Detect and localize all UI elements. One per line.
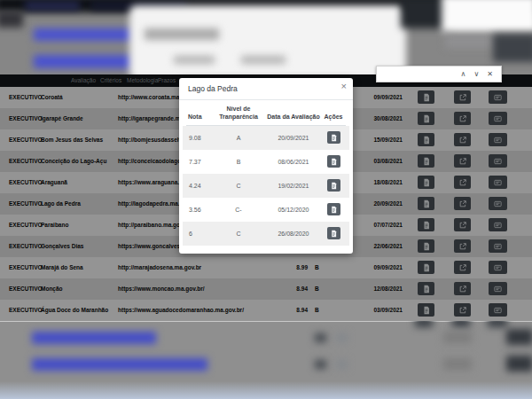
level-value: B [315,278,319,300]
external-link-icon [458,221,467,230]
details-button[interactable] [489,239,507,253]
blurred-content-blob [315,333,326,342]
open-site-button[interactable] [454,112,471,125]
nav-item-metodologia[interactable]: Metodologia [127,74,158,87]
report-button[interactable] [418,90,434,104]
blurred-content-blob [415,321,433,327]
entity-name: Gonçalves Dias [41,236,83,257]
blurred-content-blob [443,358,472,370]
report-button[interactable] [327,227,340,239]
entity-url-link[interactable]: https://www.aguadocedomaranhao.ma.gov.br… [118,300,244,321]
open-site-button[interactable] [454,261,471,274]
external-link-icon [458,263,467,272]
file-icon [422,136,431,145]
date-value: 20/09/2021 [349,193,403,215]
score-value: 4.24 [186,183,211,189]
report-button[interactable] [418,133,434,146]
open-site-button[interactable] [454,90,471,104]
modal-title: Lago da Pedra [188,84,238,93]
open-site-button[interactable] [454,239,471,253]
column-header-nivel: Nível de Tranparência [211,105,266,121]
open-site-button[interactable] [454,218,471,231]
table-row: EXECUTIVO Água Doce do Maranhão https://… [0,300,532,321]
date-value: 15/09/2021 [349,129,403,151]
find-input[interactable] [377,68,453,80]
blurred-content-blob [336,360,348,369]
open-site-button[interactable] [454,197,471,210]
blurred-content-blob [241,56,286,64]
details-button[interactable] [489,112,507,125]
modal-table-row: 4.24 C 19/02/2021 [183,174,349,198]
details-button[interactable] [489,218,507,231]
entity-url-link[interactable]: http://marajadosena.ma.gov.br [118,257,201,278]
card-icon [493,242,503,251]
level-value: C- [211,207,266,213]
entity-name: Araguanã [41,172,67,193]
close-icon[interactable]: ✕ [487,71,493,78]
details-button[interactable] [489,303,507,317]
file-icon [422,306,431,315]
details-button[interactable] [489,282,507,295]
report-button[interactable] [418,154,434,168]
details-button[interactable] [489,176,507,189]
level-value: C [211,183,266,189]
entity-url-link[interactable]: https://www.moncao.ma.gov.br/ [118,278,205,300]
power-label: EXECUTIVO [9,172,43,193]
file-icon [422,263,431,272]
chevron-up-icon[interactable]: ∧ [461,71,466,78]
card-icon [493,306,503,315]
card-icon [493,285,503,293]
report-button[interactable] [327,155,340,168]
report-button[interactable] [418,197,434,210]
details-button[interactable] [489,133,507,146]
card-icon [493,157,503,166]
open-site-button[interactable] [454,176,471,189]
details-button[interactable] [489,261,507,274]
blurred-content-blob [32,332,156,344]
external-link-icon [458,306,467,315]
external-link-icon [458,200,467,208]
details-button[interactable] [489,154,507,168]
details-button[interactable] [489,197,507,210]
modal-header: Lago da Pedra × [179,78,353,100]
power-label: EXECUTIVO [9,129,43,151]
power-label: EXECUTIVO [9,108,43,129]
modal-close-icon[interactable]: × [341,82,347,91]
entity-name: Conceição do Lago-Açu [41,151,106,172]
external-link-icon [458,114,467,123]
report-button[interactable] [418,239,434,253]
open-site-button[interactable] [454,133,471,146]
column-header-acoes: Ações [321,113,346,121]
card-icon [493,93,503,102]
nav-item-prazos[interactable]: Prazos [158,74,176,87]
nav-item-avaliacao[interactable]: Avaliação [71,74,96,87]
report-button[interactable] [418,282,434,295]
column-header-data: Data da Avaliação [266,113,321,121]
open-site-button[interactable] [454,303,471,317]
report-button[interactable] [418,176,434,189]
power-label: EXECUTIVO [9,236,43,257]
file-icon [330,134,338,142]
date-value: 22/06/2021 [349,236,403,257]
blurred-content-blob [0,381,532,399]
open-site-button[interactable] [454,282,471,295]
entity-name: Marajá do Sena [41,257,83,278]
report-button[interactable] [418,218,434,231]
report-button[interactable] [418,261,434,274]
report-button[interactable] [418,303,434,317]
nav-item-criterios[interactable]: Critérios [100,74,121,87]
report-button[interactable] [327,179,340,192]
external-link-icon [458,93,467,102]
report-button[interactable] [327,131,340,144]
report-button[interactable] [418,112,434,125]
card-icon [493,200,503,208]
report-button[interactable] [327,203,340,215]
blurred-content-blob [25,2,80,10]
details-button[interactable] [489,90,507,104]
level-value: C [211,231,266,237]
level-value: B [315,257,319,278]
external-link-icon [458,157,467,166]
chevron-down-icon[interactable]: ∨ [473,71,479,78]
file-icon [330,206,338,214]
open-site-button[interactable] [454,154,471,168]
